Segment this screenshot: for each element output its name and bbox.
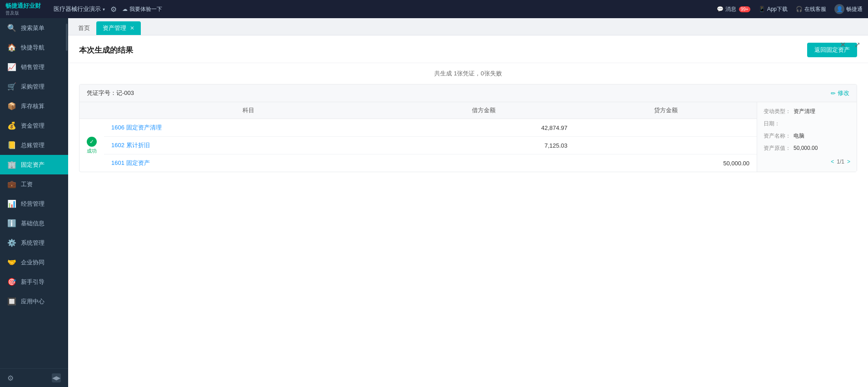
next-page-button[interactable]: >: [847, 159, 850, 165]
voucher-id: 凭证字号：记-003: [87, 89, 134, 97]
message-label: 消息: [725, 5, 736, 13]
credit-cell: [575, 137, 757, 154]
expand-window-button[interactable]: ⤢: [851, 38, 863, 51]
system-icon: ⚙️: [7, 238, 16, 247]
tab-home[interactable]: 首页: [74, 21, 94, 35]
table-row: 1602 累计折旧 7,125.03: [79, 137, 757, 154]
top-header: 畅捷通好业财 普及版 医疗器械行业演示 ▾ ⚙ ☁ 我要体验一下 💬 消息 99…: [0, 0, 868, 18]
inventory-icon: 📦: [7, 102, 16, 110]
page-header: 本次生成的结果 返回固定资产: [68, 35, 868, 63]
credit-cell: 50,000.00: [575, 154, 757, 172]
col-debit: 借方金额: [393, 102, 575, 119]
tab-close-icon[interactable]: ✕: [130, 25, 134, 31]
content-area: 首页 资产管理 ✕ ✕ ⤢ 本次生成的结果 返回固定资产 共生成 1张凭证，0张…: [68, 18, 868, 387]
success-circle: ✓: [87, 137, 97, 147]
debit-cell: 42,874.97: [393, 119, 575, 137]
change-type-row: 变动类型： 资产清理: [764, 108, 850, 115]
pagination-info: 1/1: [837, 159, 844, 165]
logo-area: 畅捷通好业财 普及版: [5, 2, 41, 16]
user-area[interactable]: 👤 畅捷通: [834, 4, 863, 14]
side-panel-pagination: < 1/1 >: [764, 159, 850, 165]
sidebar-item-operation[interactable]: 📊 经营管理: [0, 194, 68, 213]
sidebar: 🔍 搜索菜单 🏠 快捷导航 📈 销售管理 🛒 采购管理 📦 库存核算 💰: [0, 18, 68, 387]
change-type-label: 变动类型：: [764, 108, 791, 115]
tab-asset-mgmt[interactable]: 资产管理 ✕: [96, 21, 141, 35]
top-header-right: 💬 消息 99+ 📱 App下载 🎧 在线客服 👤 畅捷通: [717, 4, 863, 14]
voucher-table-wrap: 科目 借方金额 贷方金额: [79, 102, 757, 172]
sidebar-item-purchase[interactable]: 🛒 采购管理: [0, 77, 68, 96]
sidebar-collapse-button[interactable]: ◀▶: [52, 373, 61, 382]
sidebar-item-basic-info[interactable]: ℹ️ 基础信息: [0, 213, 68, 233]
workspace-chevron: ▾: [103, 7, 105, 12]
voucher-header: 凭证字号：记-003 ✏ 修改: [79, 84, 857, 102]
app-download-icon: 📱: [759, 6, 765, 12]
asset-value-value: 50,000.00: [794, 145, 818, 151]
main-layout: 🔍 搜索菜单 🏠 快捷导航 📈 销售管理 🛒 采购管理 📦 库存核算 💰: [0, 18, 868, 387]
window-controls: ✕ ⤢: [832, 35, 868, 54]
col-account: 科目: [104, 102, 393, 119]
sidebar-item-ledger[interactable]: 📒 总账管理: [0, 135, 68, 155]
debit-cell: [393, 154, 575, 172]
sidebar-item-label: 快捷导航: [21, 44, 45, 52]
date-label: 日期：: [764, 120, 789, 128]
sidebar-item-app-center[interactable]: 🔲 应用中心: [0, 292, 68, 311]
experience-button[interactable]: ☁ 我要体验一下: [122, 5, 162, 13]
sidebar-item-label: 库存核算: [21, 102, 45, 110]
message-badge: 99+: [739, 6, 750, 12]
sidebar-item-corp-collab[interactable]: 🤝 企业协同: [0, 253, 68, 272]
sidebar-item-label: 资金管理: [21, 122, 45, 130]
sidebar-item-system[interactable]: ⚙️ 系统管理: [0, 233, 68, 253]
sidebar-item-guide[interactable]: 🎯 新手引导: [0, 272, 68, 292]
sidebar-settings-icon[interactable]: ⚙: [7, 374, 14, 382]
sidebar-item-label: 新手引导: [21, 278, 45, 286]
summary-line: 共生成 1张凭证，0张失败: [68, 63, 868, 84]
ledger-icon: 📒: [7, 141, 16, 149]
table-row: 1601 固定资产 50,000.00: [79, 154, 757, 172]
account-cell: 1601 固定资产: [104, 154, 393, 172]
sidebar-item-payroll[interactable]: 💼 工资: [0, 174, 68, 194]
collapse-icon: ◀▶: [52, 375, 60, 381]
logo-title: 畅捷通好业财: [5, 2, 41, 10]
debit-cell: 7,125.03: [393, 137, 575, 154]
sidebar-item-quick-nav[interactable]: 🏠 快捷导航: [0, 38, 68, 57]
col-status: [79, 102, 104, 119]
search-icon: 🔍: [7, 24, 16, 32]
corp-collab-icon: 🤝: [7, 258, 16, 267]
edit-icon: ✏: [831, 90, 836, 97]
sidebar-item-label: 基础信息: [21, 219, 45, 228]
prev-page-button[interactable]: <: [831, 159, 834, 165]
sidebar-item-fixed-assets[interactable]: 🏢 固定资产: [0, 155, 68, 174]
close-window-button[interactable]: ✕: [836, 38, 849, 51]
message-action[interactable]: 💬 消息 99+: [717, 5, 750, 13]
sales-icon: 📈: [7, 63, 16, 71]
sidebar-item-label: 系统管理: [21, 239, 45, 247]
table-header-row: 科目 借方金额 贷方金额: [79, 102, 757, 119]
status-cell: ✓ 成功: [79, 119, 104, 172]
table-row: ✓ 成功 1606 固定资产清理 42,874.97: [79, 119, 757, 137]
sidebar-bottom: ⚙ ◀▶: [0, 368, 68, 387]
voucher-section: 凭证字号：记-003 ✏ 修改: [79, 84, 857, 172]
basic-info-icon: ℹ️: [7, 219, 16, 228]
voucher-body: 科目 借方金额 贷方金额: [79, 102, 857, 172]
sidebar-item-sales[interactable]: 📈 销售管理: [0, 57, 68, 77]
edit-button[interactable]: ✏ 修改: [831, 89, 849, 97]
app-download-label: App下载: [767, 5, 788, 13]
online-support-action[interactable]: 🎧 在线客服: [796, 5, 826, 13]
user-avatar-icon: 👤: [834, 4, 844, 14]
guide-icon: 🎯: [7, 278, 16, 286]
app-download-action[interactable]: 📱 App下载: [759, 5, 788, 13]
col-credit: 贷方金额: [575, 102, 757, 119]
sidebar-item-fund[interactable]: 💰 资金管理: [0, 116, 68, 135]
online-support-label: 在线客服: [804, 5, 826, 13]
asset-name-value: 电脑: [794, 132, 804, 140]
sidebar-item-label: 总账管理: [21, 141, 45, 149]
page-content: ✕ ⤢ 本次生成的结果 返回固定资产 共生成 1张凭证，0张失败 凭证字号：记-…: [68, 35, 868, 387]
online-support-icon: 🎧: [796, 6, 803, 12]
tab-label: 资产管理: [103, 24, 126, 32]
sidebar-item-search[interactable]: 🔍 搜索菜单: [0, 18, 68, 38]
sidebar-item-label: 销售管理: [21, 63, 45, 71]
sidebar-item-label: 企业协同: [21, 258, 45, 267]
workspace-selector[interactable]: 医疗器械行业演示 ▾: [54, 5, 105, 13]
settings-icon[interactable]: ⚙: [109, 3, 119, 15]
sidebar-item-inventory[interactable]: 📦 库存核算: [0, 96, 68, 116]
